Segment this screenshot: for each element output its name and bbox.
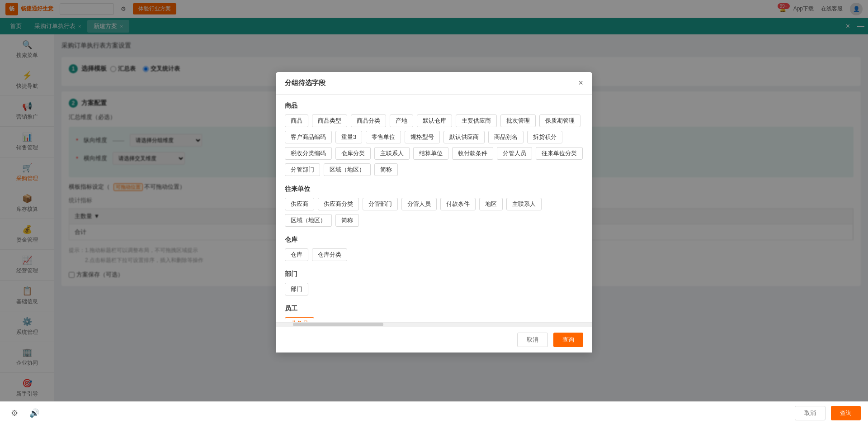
field-tag[interactable]: 结算单位: [413, 147, 448, 160]
modal-overlay[interactable]: 分组待选字段 × 商品 商品 商品类型 商品分类 产地 默认仓库 主要供应商 批…: [0, 0, 868, 299]
field-tag[interactable]: 区域（地区）: [285, 214, 332, 227]
field-tag[interactable]: 保质期管理: [539, 114, 580, 127]
field-tag[interactable]: 商品别名: [488, 131, 524, 143]
field-tag[interactable]: 地区: [479, 198, 503, 210]
field-tag[interactable]: 仓库: [285, 248, 308, 261]
field-tag[interactable]: 收付款条件: [452, 147, 493, 160]
field-tag[interactable]: 分管部门: [285, 163, 320, 176]
field-tag[interactable]: 规格型号: [405, 131, 440, 143]
field-tag[interactable]: 区域（地区）: [324, 163, 371, 176]
category-department-fields: 部门: [285, 283, 583, 295]
field-tag[interactable]: 主要供应商: [456, 114, 497, 127]
field-tag[interactable]: 主联系人: [506, 198, 542, 210]
field-tag[interactable]: 税收分类编码: [285, 147, 332, 160]
field-tag[interactable]: 产地: [390, 114, 413, 127]
field-tag[interactable]: 默认供应商: [443, 131, 485, 143]
field-tag[interactable]: 主联系人: [374, 147, 410, 160]
category-goods: 商品 商品 商品类型 商品分类 产地 默认仓库 主要供应商 批次管理 保质期管理…: [285, 102, 583, 176]
modal-body[interactable]: 商品 商品 商品类型 商品分类 产地 默认仓库 主要供应商 批次管理 保质期管理…: [276, 95, 592, 299]
field-tag[interactable]: 分管人员: [401, 198, 437, 210]
category-goods-title: 商品: [285, 102, 583, 110]
field-tag[interactable]: 分管部门: [363, 198, 398, 210]
field-tag[interactable]: 往来单位分类: [536, 147, 583, 160]
field-tag[interactable]: 批次管理: [500, 114, 536, 127]
modal-title: 分组待选字段: [285, 79, 326, 87]
field-select-modal: 分组待选字段 × 商品 商品 商品类型 商品分类 产地 默认仓库 主要供应商 批…: [276, 72, 592, 299]
category-warehouse: 仓库 仓库 仓库分类: [285, 236, 583, 261]
field-tag[interactable]: 商品类型: [312, 114, 347, 127]
modal-close-button[interactable]: ×: [578, 78, 583, 88]
category-department: 部门 部门: [285, 270, 583, 295]
category-partner-title: 往来单位: [285, 185, 583, 193]
field-tag[interactable]: 供应商分类: [318, 198, 359, 210]
category-warehouse-fields: 仓库 仓库分类: [285, 248, 583, 261]
field-tag[interactable]: 仓库分类: [335, 147, 371, 160]
field-tag[interactable]: 供应商: [285, 198, 314, 210]
field-tag[interactable]: 简称: [335, 214, 359, 227]
field-tag[interactable]: 付款条件: [440, 198, 476, 210]
category-department-title: 部门: [285, 270, 583, 278]
field-tag[interactable]: 商品分类: [351, 114, 386, 127]
category-partner: 往来单位 供应商 供应商分类 分管部门 分管人员 付款条件 地区 主联系人 区域…: [285, 185, 583, 227]
field-tag[interactable]: 商品: [285, 114, 308, 127]
category-warehouse-title: 仓库: [285, 236, 583, 244]
field-tag[interactable]: 拆货积分: [527, 131, 562, 143]
field-tag[interactable]: 简称: [374, 163, 398, 176]
field-tag[interactable]: 仓库分类: [312, 248, 347, 261]
modal-header: 分组待选字段 ×: [276, 72, 592, 95]
category-partner-fields: 供应商 供应商分类 分管部门 分管人员 付款条件 地区 主联系人 区域（地区） …: [285, 198, 583, 227]
field-tag[interactable]: 部门: [285, 283, 308, 295]
field-tag[interactable]: 分管人员: [497, 147, 532, 160]
field-tag[interactable]: 零售单位: [366, 131, 401, 143]
field-tag[interactable]: 默认仓库: [417, 114, 452, 127]
field-tag[interactable]: 重量3: [335, 131, 362, 143]
category-goods-fields: 商品 商品类型 商品分类 产地 默认仓库 主要供应商 批次管理 保质期管理 客户…: [285, 114, 583, 176]
field-tag[interactable]: 客户商品编码: [285, 131, 332, 143]
